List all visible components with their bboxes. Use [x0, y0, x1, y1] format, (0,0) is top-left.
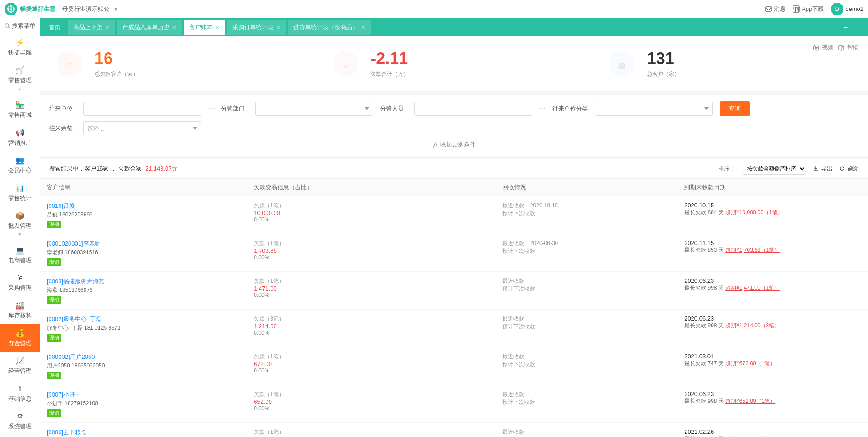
tab-close-customer-account[interactable]: ✕	[216, 25, 220, 30]
avatar: D	[831, 3, 843, 15]
tab-bar-right: － ⛶	[840, 23, 866, 32]
tab-customer-account[interactable]: 客户账本 ✕	[184, 20, 225, 35]
sidebar-item-quick-nav[interactable]: ⚡ 快捷导航	[0, 34, 40, 61]
customer-name-link[interactable]: [000002]用户2050	[47, 353, 95, 360]
customer-name-link[interactable]: [0001020001]李老师	[47, 240, 101, 247]
sidebar-item-basic-info[interactable]: ℹ 基础信息	[0, 380, 40, 407]
logo-icon: 好	[5, 3, 17, 15]
tab-purchase-order[interactable]: 采购订单统计表 ✕	[227, 20, 286, 35]
debt-count: 欠款（1笔）	[254, 240, 488, 247]
table-row: [0007]小进千 小进千 18279152100 现销 欠款（1笔） 652.…	[40, 385, 868, 423]
collapse-filter-btn[interactable]: ⋀ 收起更多条件	[49, 141, 859, 149]
source-unit-input[interactable]	[83, 102, 201, 116]
stat-total-label: 总客户（家）	[647, 70, 680, 78]
customer-name-link[interactable]: [0002]服务中心_丁磊	[47, 316, 102, 322]
cell-customer-1: [0001020001]李老师 李老师 18600391516 现销	[40, 234, 247, 272]
dept-select[interactable]	[255, 102, 373, 116]
cell-due-3: 2020.06.23 最长欠款 998 天 超期¥1,214.00（3笔）	[677, 310, 868, 347]
cell-due-4: 2021.03.01 最长欠款 747 天 超期¥672.00（1笔）	[677, 347, 868, 385]
source-unit-label: 往来单位	[49, 105, 76, 113]
cell-collect-0: 最近收款 2020-10-15 预计下次收款	[496, 196, 678, 234]
debt-count: 欠款（1笔）	[254, 391, 488, 398]
next-collect: 预计下次收款	[502, 398, 671, 406]
message-btn[interactable]: 消息	[765, 5, 786, 13]
cell-due-6: 2021.02.26 最长欠款 750 天 超期¥455.90（1笔）	[677, 423, 868, 437]
tab-close-product-offline[interactable]: ✕	[105, 25, 110, 30]
debt-pct: 0.00%	[254, 330, 488, 336]
balance-select[interactable]: 选择...	[83, 121, 201, 135]
cell-customer-4: [000002]用户2050 用户2050 18665062050 现销	[40, 347, 247, 385]
due-date: 2020.06.23	[684, 277, 861, 284]
user-avatar-btn[interactable]: D demo2	[831, 3, 863, 15]
overdue-link[interactable]: 超期¥652.00（1笔）	[725, 398, 775, 404]
sidebar-item-retail-stats[interactable]: 📊 零售统计	[0, 179, 40, 207]
next-collect: 预计下次收款	[502, 210, 671, 217]
source-unit-dots[interactable]: ···	[208, 105, 214, 113]
tab-close-product-history[interactable]: ✕	[172, 25, 176, 30]
tab-product-offline[interactable]: 商品上下架 ✕	[68, 20, 115, 35]
debt-count: 欠款（1笔）	[254, 353, 488, 361]
person-input[interactable]	[414, 102, 532, 116]
account-selector[interactable]: 母婴行业演示账套 ▼	[62, 5, 118, 13]
cell-debt-0: 欠款（1笔） 10,000.00 0.00%	[247, 196, 495, 234]
data-table: 客户信息 欠款交易信息（占比） 回收情况 到期未收款日期 [0016]吕俊 吕俊…	[40, 179, 868, 437]
help-btn[interactable]: ? 帮助	[838, 43, 859, 51]
customer-phone: 吕俊 13026203696	[47, 211, 240, 219]
unit-category-select[interactable]	[595, 102, 713, 116]
next-collect: 预计下次收款	[502, 361, 671, 368]
result-bar: 搜索结果中，客户16家 ， 欠款金额 -21,148.07元 排序： 按欠款金额…	[40, 159, 868, 179]
tab-product-history[interactable]: 产成品入库单历史 ✕	[117, 20, 182, 35]
quick-nav-icon: ⚡	[15, 38, 25, 47]
sidebar-item-enterprise-coop[interactable]: 🤝 企业协同	[0, 435, 40, 437]
stat-amount-info: -2.11 欠款合计（万）	[371, 49, 409, 78]
customer-name-link[interactable]: [0016]吕俊	[47, 202, 75, 209]
sidebar-item-operation[interactable]: 📈 经营管理	[0, 352, 40, 380]
customer-name-link[interactable]: [0003]畅捷服务尹海燕	[47, 278, 105, 285]
overdue-link[interactable]: 超期¥10,000.00（1笔）	[725, 209, 783, 216]
tab-close-purchase-order[interactable]: ✕	[276, 25, 281, 30]
unit-category-label: 往来单位分类	[552, 105, 588, 113]
person-dots[interactable]: ···	[539, 105, 545, 113]
sidebar-item-finance[interactable]: 💰 资金管理	[0, 324, 40, 352]
customer-tag: 现销	[47, 258, 61, 266]
filter-area: 往来单位 ··· 分管部门 分管人员 ··· 往来单位分类	[40, 95, 868, 156]
overdue-link[interactable]: 超期¥672.00（1笔）	[725, 360, 775, 367]
sort-select[interactable]: 按欠款金额倒序排序	[743, 163, 806, 175]
retail-mgmt-icon: 🛒	[15, 66, 25, 75]
sidebar-search[interactable]: 搜索菜单	[0, 18, 40, 34]
tab-inbound-stats[interactable]: 进货单统计表（按商品） ✕	[288, 20, 371, 35]
tab-minimize-btn[interactable]: －	[840, 23, 852, 32]
overdue-link[interactable]: 超期¥1,703.68（1笔）	[725, 247, 780, 253]
debt-amount: 1,471.00	[254, 285, 488, 292]
sidebar-item-batch-mgmt[interactable]: 📦 批发管理 ▼	[0, 207, 40, 241]
overdue-link[interactable]: 超期¥1,214.00（3笔）	[725, 322, 780, 329]
person-label: 分管人员	[380, 105, 407, 113]
sidebar-item-system[interactable]: ⚙ 系统管理	[0, 407, 40, 435]
tab-home[interactable]: 首页	[43, 20, 66, 35]
customer-name-link[interactable]: [0006]去下粮仓	[47, 429, 87, 436]
marketing-icon: 📢	[15, 128, 25, 137]
last-collect: 最近收款 2020-10-15	[502, 202, 671, 210]
tab-maximize-btn[interactable]: ⛶	[854, 23, 866, 31]
main-content: ¥ 16 总欠款客户（家） ◇	[40, 36, 868, 437]
sidebar-item-marketing[interactable]: 📢 营销推广	[0, 124, 40, 151]
export-btn[interactable]: 导出	[813, 165, 833, 173]
cell-debt-1: 欠款（1笔） 1,703.68 0.00%	[247, 234, 495, 272]
overdue-link[interactable]: 超期¥1,471.00（1笔）	[725, 285, 780, 291]
sidebar-item-member-center[interactable]: 👥 会员中心	[0, 151, 40, 179]
table-row: [0016]吕俊 吕俊 13026203696 现销 欠款（1笔） 10,000…	[40, 196, 868, 234]
sidebar-item-retail-mgmt[interactable]: 🛒 零售管理 ▲	[0, 61, 40, 96]
query-btn[interactable]: 查询	[720, 101, 750, 116]
sidebar-item-purchase[interactable]: 🛍 采购管理	[0, 269, 40, 296]
stat-overdue-info: 16 总欠款客户（家）	[95, 49, 138, 78]
tab-close-inbound-stats[interactable]: ✕	[361, 25, 365, 30]
sidebar-item-inventory[interactable]: 🏭 库存核算	[0, 296, 40, 324]
cell-due-5: 2020.06.23 最长欠款 998 天 超期¥652.00（1笔）	[677, 385, 868, 423]
sidebar-item-retail-store[interactable]: 🏪 零售商城	[0, 96, 40, 124]
customer-phone: 服务中心_丁磊 181 0125 8371	[47, 324, 240, 332]
app-download-btn[interactable]: App App下载	[793, 5, 824, 13]
sidebar-item-ecommerce[interactable]: 💻 电商管理	[0, 241, 40, 269]
customer-name-link[interactable]: [0007]小进千	[47, 391, 81, 398]
refresh-btn[interactable]: 刷新	[839, 165, 859, 173]
view-video-btn[interactable]: 视频	[813, 43, 834, 51]
